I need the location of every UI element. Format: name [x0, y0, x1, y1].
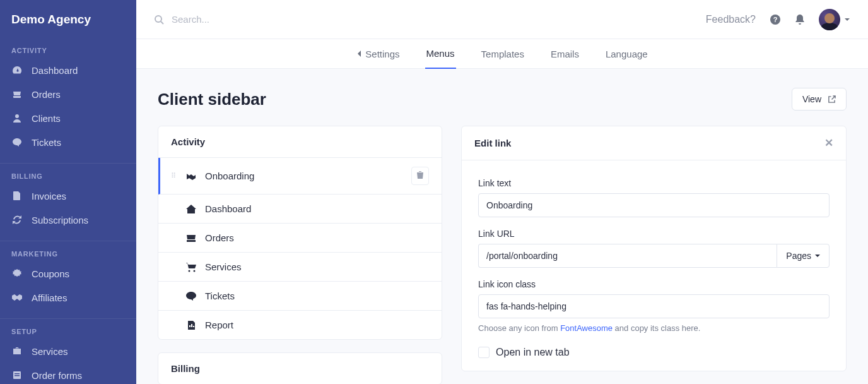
label-link-icon: Link icon class: [478, 279, 830, 289]
comment-icon: [11, 136, 23, 148]
svg-line-5: [161, 21, 163, 24]
menu-card-billing: Billing: [158, 352, 442, 384]
tab-language[interactable]: Language: [604, 39, 649, 68]
sidebar-item-services[interactable]: Services: [0, 339, 136, 363]
close-icon[interactable]: ✕: [824, 136, 833, 150]
sidebar-section-billing: BILLING: [0, 172, 136, 180]
sidebar-section-setup: SETUP: [0, 328, 136, 335]
svg-rect-3: [15, 375, 20, 376]
input-link-icon[interactable]: [478, 294, 830, 318]
card-header-activity: Activity: [158, 126, 442, 158]
user-icon: [11, 112, 23, 124]
sidebar-label: Coupons: [32, 268, 69, 279]
home-icon: [185, 204, 197, 214]
briefcase-icon: [11, 345, 23, 357]
hands-helping-icon: [185, 171, 197, 181]
sidebar-label: Clients: [32, 113, 61, 124]
menu-row-onboarding[interactable]: ⠿ Onboarding: [158, 158, 442, 195]
menu-row-orders[interactable]: ⠿ Orders: [158, 224, 442, 253]
input-link-text[interactable]: [478, 193, 830, 217]
chevron-down-icon: [844, 16, 850, 23]
menu-row-dashboard[interactable]: ⠿ Dashboard: [158, 195, 442, 224]
inbox-icon: [185, 234, 197, 243]
menu-row-tickets[interactable]: ⠿ Tickets: [158, 282, 442, 311]
label-link-url: Link URL: [478, 229, 830, 239]
tachometer-icon: [11, 64, 23, 76]
tab-emails[interactable]: Emails: [549, 39, 580, 68]
chart-file-icon: [185, 320, 197, 330]
search-icon: [154, 15, 164, 25]
svg-rect-2: [15, 373, 20, 375]
edit-link-panel: Edit link ✕ Link text Link URL: [461, 126, 847, 371]
avatar: [819, 9, 840, 30]
help-text: Choose any icon from FontAwesome and cop…: [478, 323, 830, 333]
svg-text:?: ?: [773, 16, 778, 23]
sidebar-label: Tickets: [32, 137, 61, 148]
menu-card-activity: Activity ⠿ Onboarding ⠿ Dashboard: [158, 126, 442, 340]
pages-dropdown[interactable]: Pages: [777, 244, 830, 268]
sidebar-item-invoices[interactable]: Invoices: [0, 184, 136, 208]
sidebar: Demo Agency ACTIVITY Dashboard Orders Cl…: [0, 0, 136, 384]
sidebar-item-clients[interactable]: Clients: [0, 106, 136, 130]
checkbox-open-new-tab[interactable]: [478, 347, 490, 358]
bell-icon[interactable]: [795, 14, 805, 25]
search-input[interactable]: [172, 14, 706, 25]
view-button[interactable]: View: [792, 88, 847, 111]
label-link-text: Link text: [478, 178, 830, 188]
chevron-left-icon: [356, 50, 361, 57]
sidebar-label: Dashboard: [32, 65, 78, 76]
handshake-icon: [11, 292, 23, 303]
sidebar-label: Invoices: [32, 191, 66, 201]
tab-settings[interactable]: Settings: [355, 39, 401, 68]
sidebar-label: Affiliates: [32, 292, 67, 303]
sidebar-label: Services: [32, 346, 68, 357]
caret-down-icon: [815, 253, 820, 258]
panel-title: Edit link: [474, 138, 511, 148]
settings-tabs: Settings Menus Templates Emails Language: [136, 39, 868, 69]
feedback-link[interactable]: Feedback?: [706, 14, 756, 25]
menu-row-report[interactable]: ⠿ Report: [158, 311, 442, 339]
sidebar-label: Subscriptions: [32, 215, 88, 225]
user-menu[interactable]: [819, 9, 850, 30]
file-icon: [11, 190, 23, 201]
external-link-icon: [828, 95, 836, 104]
help-icon[interactable]: ?: [770, 14, 781, 25]
sidebar-label: Orders: [32, 89, 61, 100]
sidebar-item-order-forms[interactable]: Order forms: [0, 363, 136, 384]
sidebar-section-activity: ACTIVITY: [0, 47, 136, 54]
tab-menus[interactable]: Menus: [425, 39, 456, 69]
label-open-new-tab: Open in new tab: [496, 347, 570, 358]
fontawesome-link[interactable]: FontAwesome: [560, 323, 613, 333]
svg-point-0: [15, 114, 19, 118]
drag-handle-icon[interactable]: ⠿: [171, 172, 179, 179]
sidebar-item-subscriptions[interactable]: Subscriptions: [0, 208, 136, 232]
svg-point-4: [155, 16, 161, 22]
badge-icon: [11, 268, 23, 279]
sidebar-item-orders[interactable]: Orders: [0, 82, 136, 106]
comment-icon: [185, 291, 197, 301]
sidebar-item-affiliates[interactable]: Affiliates: [0, 285, 136, 309]
brand-title: Demo Agency: [0, 0, 136, 39]
input-link-url[interactable]: [478, 244, 777, 268]
sidebar-item-dashboard[interactable]: Dashboard: [0, 58, 136, 82]
sync-icon: [11, 214, 23, 225]
sidebar-item-tickets[interactable]: Tickets: [0, 130, 136, 154]
page-title: Client sidebar: [158, 90, 266, 109]
cart-icon: [185, 262, 197, 272]
menu-row-services[interactable]: ⠿ Services: [158, 253, 442, 282]
svg-point-9: [194, 270, 196, 272]
card-header-billing: Billing: [158, 353, 442, 384]
sidebar-item-coupons[interactable]: Coupons: [0, 261, 136, 285]
sidebar-label: Order forms: [32, 370, 82, 381]
topbar: Feedback? ?: [136, 0, 868, 39]
tab-templates[interactable]: Templates: [480, 39, 525, 68]
list-icon: [11, 369, 23, 381]
delete-button[interactable]: [411, 167, 429, 185]
svg-point-8: [189, 270, 191, 272]
sidebar-section-marketing: MARKETING: [0, 250, 136, 258]
inbox-icon: [11, 88, 23, 100]
